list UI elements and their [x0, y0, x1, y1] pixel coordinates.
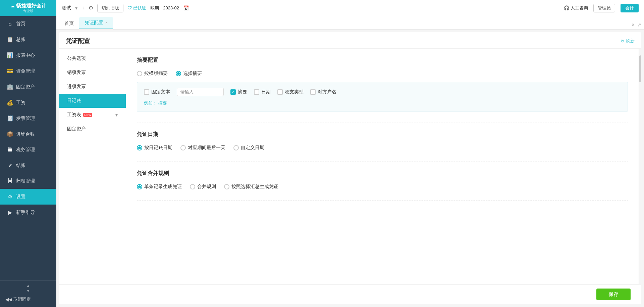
radio-select-merge-label: 按照选择汇总生成凭证 [231, 184, 278, 190]
expand-icon[interactable]: ⤢ [637, 22, 641, 28]
sidebar-item-tax[interactable]: 🏛税务管理 [0, 142, 56, 158]
sidebar-label-closing: 结账 [16, 163, 25, 169]
sidebar-icon-guide: ▶ [7, 209, 13, 216]
page-title: 凭证配置 [66, 37, 90, 45]
left-nav-item-purchase_invoice[interactable]: 进项发票 [59, 80, 126, 94]
sidebar-item-settings[interactable]: ⚙设置 [0, 189, 56, 205]
checkbox-date-label: 日期 [261, 89, 271, 95]
sidebar-label-wages: 工资 [16, 100, 25, 106]
checkbox-summary[interactable]: ✓ 摘要 [230, 89, 247, 95]
tab-active[interactable]: 凭证配置 × [79, 17, 113, 29]
merge-section: 凭证合并规则 单条记录生成凭证 [137, 170, 628, 190]
left-nav: 公共选项销项发票进项发票日记账工资表NEW▾固定资产 [59, 49, 126, 284]
sidebar-item-reports[interactable]: 📊报表中心 [0, 47, 56, 63]
logo-name: 畅捷通好会计 [16, 3, 46, 9]
radio-journal-date-label: 按日记账日期 [144, 145, 172, 151]
radio-template[interactable]: 按模版摘要 [137, 71, 168, 77]
left-nav-label-payroll: 工资表 [67, 112, 81, 118]
sidebar-item-home[interactable]: ⌂首页 [0, 16, 56, 32]
radio-journal-date[interactable]: 按日记账日期 [137, 145, 172, 151]
sidebar: ⌂首页📋总账📊报表中心💳资金管理🏢固定资产💰工资🧾发票管理📦进销台账🏛税务管理✔… [0, 16, 56, 307]
checkbox-summary-box: ✓ [230, 89, 236, 95]
sidebar-label-reports: 报表中心 [16, 52, 35, 58]
cancel-fixed-btn[interactable]: ◀◀ 取消固定 [0, 294, 56, 305]
left-nav-item-fixed_assets[interactable]: 固定资产 [59, 122, 126, 136]
checkbox-income-type[interactable]: 收支类型 [277, 89, 304, 95]
scroll-up-arrow[interactable]: ▲ [0, 283, 56, 288]
radio-template-circle [137, 71, 142, 76]
radio-period-last-circle [180, 145, 186, 150]
sidebar-item-assets[interactable]: 🏢固定资产 [0, 79, 56, 95]
radio-single-circle [137, 184, 142, 189]
save-bar: 保存 [59, 284, 641, 304]
sidebar-icon-settings: ⚙ [7, 193, 13, 200]
settings-icon[interactable]: ⚙ [89, 5, 93, 11]
sidebar-icon-funds: 💳 [7, 68, 13, 74]
example-value: 摘要 [158, 100, 167, 106]
checkbox-income-type-box [277, 89, 283, 95]
refresh-btn[interactable]: ↻ 刷新 [621, 38, 635, 44]
checkbox-date[interactable]: 日期 [254, 89, 271, 95]
consult-btn[interactable]: 🎧 人工咨询 [564, 5, 588, 11]
chevron-down-icon: ▾ [115, 112, 118, 118]
radio-single[interactable]: 单条记录生成凭证 [137, 184, 182, 190]
left-nav-item-payroll[interactable]: 工资表NEW▾ [59, 108, 126, 122]
sidebar-label-assets: 固定资产 [16, 84, 35, 90]
divider-3 [137, 201, 628, 201]
sidebar-item-sales[interactable]: 📦进销台账 [0, 126, 56, 142]
radio-single-label: 单条记录生成凭证 [144, 184, 182, 190]
headset-icon: 🎧 [564, 5, 569, 10]
left-nav-label-public: 公共选项 [67, 55, 86, 61]
tab-home-label: 首页 [64, 20, 74, 26]
sidebar-item-invoice[interactable]: 🧾发票管理 [0, 111, 56, 126]
radio-custom-date[interactable]: 自定义日期 [233, 145, 264, 151]
fixed-text-input[interactable] [177, 88, 224, 96]
v-scrollbar[interactable] [639, 49, 641, 284]
calendar-icon[interactable]: 📅 [183, 5, 189, 11]
sidebar-label-tax: 税务管理 [16, 147, 35, 153]
radio-select[interactable]: 选择摘要 [176, 71, 202, 77]
sidebar-item-closing[interactable]: ✔结账 [0, 158, 56, 173]
left-nav-item-sales_invoice[interactable]: 销项发票 [59, 65, 126, 80]
add-icon[interactable]: + [82, 5, 85, 11]
left-nav-item-journal[interactable]: 日记账 [59, 94, 126, 108]
checkbox-fixed-text[interactable]: 固定文本 [144, 89, 170, 95]
switch-old-btn[interactable]: 切到旧版 [97, 4, 123, 12]
divider-1 [137, 123, 628, 123]
logo-sub: 专业版 [23, 9, 33, 13]
tab-home[interactable]: 首页 [59, 18, 79, 29]
sidebar-item-archive[interactable]: 🗄归档管理 [0, 173, 56, 189]
radio-select-merge[interactable]: 按照选择汇总生成凭证 [224, 184, 278, 190]
dropdown-icon[interactable]: ▾ [75, 5, 77, 11]
summary-radio-group: 按模版摘要 选择摘要 [137, 71, 628, 77]
radio-period-last[interactable]: 对应期间最后一天 [180, 145, 225, 151]
sidebar-label-invoice: 发票管理 [16, 116, 35, 122]
checkbox-date-box [254, 89, 259, 95]
sidebar-item-ledger[interactable]: 📋总账 [0, 32, 56, 47]
save-button[interactable]: 保存 [596, 289, 631, 300]
close-window-icon[interactable]: × [632, 22, 635, 28]
admin-btn[interactable]: 管理员 [593, 4, 615, 12]
sidebar-item-guide[interactable]: ▶新手引导 [0, 205, 56, 220]
radio-merge[interactable]: 合并规则 [190, 184, 216, 190]
sidebar-icon-home: ⌂ [7, 21, 13, 27]
sidebar-icon-closing: ✔ [7, 162, 13, 169]
radio-period-last-label: 对应期间最后一天 [188, 145, 225, 151]
left-nav-item-public[interactable]: 公共选项 [59, 51, 126, 65]
sidebar-label-sales: 进销台账 [16, 131, 35, 137]
example-row: 例如： 摘要 [144, 100, 621, 106]
period-value: 2023-02 [163, 5, 179, 10]
sidebar-icon-reports: 📊 [7, 52, 13, 58]
accountant-btn[interactable]: 会计 [621, 4, 639, 12]
scroll-down-arrow[interactable]: ▼ [0, 288, 56, 294]
sidebar-icon-wages: 💰 [7, 99, 13, 106]
sidebar-icon-archive: 🗄 [7, 178, 13, 184]
shield-icon: 🛡 [127, 5, 132, 10]
sidebar-item-wages[interactable]: 💰工资 [0, 95, 56, 111]
example-prefix: 例如： [144, 100, 157, 106]
sidebar-item-funds[interactable]: 💳资金管理 [0, 63, 56, 79]
checkbox-counterparty[interactable]: 对方户名 [310, 89, 336, 95]
radio-template-label: 按模版摘要 [144, 71, 168, 77]
date-radio-group: 按日记账日期 对应期间最后一天 自定义日期 [137, 145, 628, 151]
tab-close-icon[interactable]: × [105, 20, 108, 25]
